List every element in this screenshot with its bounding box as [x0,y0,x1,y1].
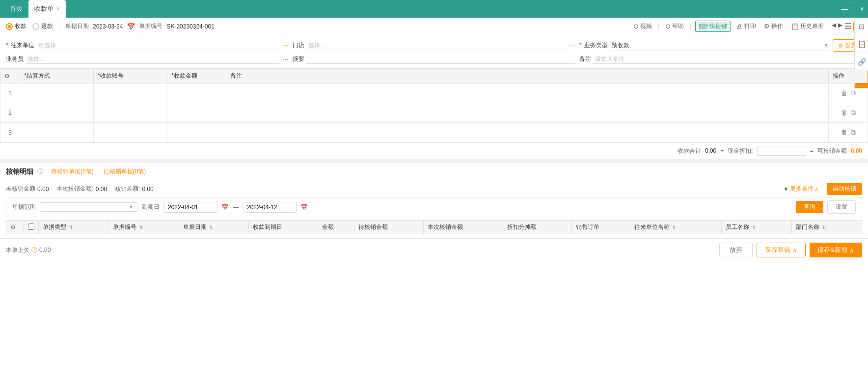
row-account[interactable] [94,103,167,123]
this-time-value: 0.00 [96,186,107,193]
sidebar-icon-1[interactable]: ⊡ [855,18,868,35]
save-btn[interactable]: 保存&新增 ∧ [810,243,862,257]
partner-input[interactable] [36,41,279,50]
menu-icon[interactable]: ☰ [844,22,851,31]
summary-field: 摘要 [293,55,575,64]
dth-pending: 待核销金额 [354,221,423,234]
operations-btn[interactable]: ⚙ 操作 [762,21,785,31]
sort-staff-icon: ⇅ [752,224,756,230]
row-amount[interactable] [167,103,226,123]
tab-done[interactable]: 已核销单据(0笔) [100,167,150,177]
col-gear-btn[interactable]: ⚙ [4,73,10,80]
auto-btn[interactable]: 自动核销 [827,183,862,195]
partner-more-btn[interactable]: ··· [282,41,289,50]
dth-check [24,221,39,234]
this-time-item: 本次核销金额: 0.00 [56,185,107,193]
table-row: 1 🗑 ⧉ [0,84,868,103]
discount-input[interactable] [757,146,806,156]
row-remark[interactable] [226,123,829,142]
window-controls: — □ × [841,5,864,13]
row-copy-btn[interactable]: ⧉ [851,128,856,137]
print-btn[interactable]: 🖨 打印 [734,21,758,31]
row-delete-btn[interactable]: 🗑 [841,89,847,97]
shortcut-btn[interactable]: ⌨ 快捷键 [695,21,731,32]
staff-input[interactable] [26,55,279,64]
dth-this: 本次核销金额 [423,221,503,234]
this-time-label: 本次核销金额: [56,185,93,193]
row-settle[interactable] [20,84,94,103]
total-label: 收款合计 [678,147,701,155]
radio-collect[interactable]: 收款 [6,22,27,30]
range-select[interactable]: ▼ [40,202,138,212]
row-delete-btn[interactable]: 🗑 [841,109,847,116]
print-label: 打印 [744,22,756,30]
th-action: 操作 [829,69,868,84]
receipt-type-group: 收款 退款 [6,22,53,30]
sidebar-icon-1-glyph: ⊡ [859,23,865,30]
detail-settings-btn[interactable]: 设置 [827,200,856,214]
date-from-input[interactable] [163,202,217,213]
row-copy-btn[interactable]: ⧉ [851,89,856,97]
draft-btn[interactable]: 保存草稿 ∧ [757,243,806,257]
row-account[interactable] [94,123,167,142]
sidebar-icon-2[interactable]: 📋 [855,35,868,53]
shortcut-icon: ⌨ [699,23,708,30]
window-close-btn[interactable]: × [860,5,864,13]
shop-input[interactable] [306,41,566,50]
row-settle[interactable] [20,103,94,123]
select-all-checkbox[interactable] [28,223,34,230]
cal-to-icon[interactable]: 📅 [300,204,308,211]
row-delete-btn[interactable]: 🗑 [841,128,847,136]
th-settle: *结算方式 [20,69,94,84]
staff-more-btn[interactable]: ··· [282,55,289,64]
more-conditions-btn[interactable]: ▼ 更多条件 ∧ [783,185,819,193]
query-btn[interactable]: 查询 [796,201,823,213]
tab-pending[interactable]: 待核销单据(0笔) [47,167,98,177]
history-btn[interactable]: 📋 历史单据 [789,21,826,31]
window-max-btn[interactable]: □ [852,5,856,13]
tab-close-icon[interactable]: × [56,5,60,12]
discard-btn[interactable]: 放弃 [719,243,753,257]
window-min-btn[interactable]: — [841,5,848,13]
biz-type-value: 预收款 [612,41,629,50]
biz-type-select[interactable]: 预收款 ▼ [610,40,831,51]
detail-info-icon[interactable]: ⓘ [37,168,43,176]
remark-field: 备注 [579,55,862,64]
row-amount[interactable] [167,84,226,103]
nav-next-icon[interactable]: ▶ [838,22,842,31]
cal-from-icon[interactable]: 📅 [221,204,229,211]
row-account[interactable] [94,84,167,103]
limit-info-icon[interactable]: ⓘ [31,246,37,254]
row-remark[interactable] [226,84,829,103]
row-copy-btn[interactable]: ⧉ [851,109,856,117]
due-date-label: 到期日 [142,203,160,211]
help-btn[interactable]: ⊙ 帮助 [663,21,686,31]
radio-refund[interactable]: 退款 [32,22,53,30]
bottom-buttons: 放弃 保存草稿 ∧ 保存&新增 ∧ [719,243,862,257]
dth-dept: 部门名称 ⇅ [792,221,862,234]
dth-gear: ⚙ [6,221,24,234]
plus-sign: + [720,147,724,154]
nav-prev-icon[interactable]: ◀ [832,22,836,31]
row-settle[interactable] [20,123,94,142]
help-label: 帮助 [672,22,684,30]
detail-col-gear-btn[interactable]: ⚙ [10,224,16,231]
bottom-bar: 本单上欠 ⓘ 0.00 放弃 保存草稿 ∧ 保存&新增 ∧ [0,238,868,261]
dth-no: 单据编号 ⇅ [108,221,179,234]
receipt-table: ⚙ *结算方式 *收款账号 *收款金额 备注 操作 [0,68,868,142]
sidebar-icon-2-glyph: 📋 [858,40,866,48]
row-amount[interactable] [167,123,226,142]
calendar-icon[interactable]: 📅 [127,23,135,30]
biz-type-label: * 业务类型 [579,41,608,50]
tab-receipt[interactable]: 收款单 × [28,0,66,18]
row-num: 3 [0,123,20,142]
no-value: SK-20230324-001 [166,23,214,30]
date-to-input[interactable] [243,202,297,213]
summary-input[interactable] [306,55,575,64]
video-btn[interactable]: ⊙ 视频 [631,21,654,31]
shop-more-btn[interactable]: ··· [569,41,575,50]
tab-home[interactable]: 首页 [4,0,28,18]
remark-input[interactable] [593,55,862,64]
required-star-2: * [579,42,582,49]
row-remark[interactable] [226,103,829,123]
